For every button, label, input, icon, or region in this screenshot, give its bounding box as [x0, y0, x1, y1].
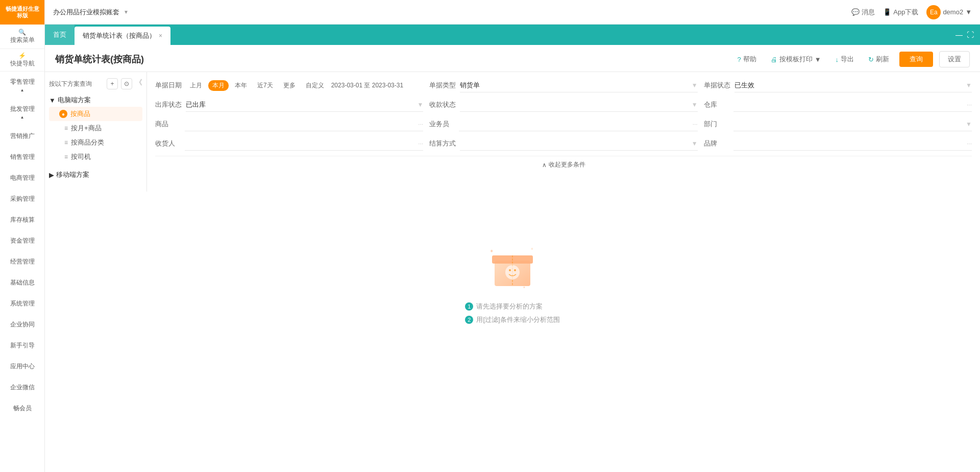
sidebar-search-menu[interactable]: 🔍 搜索菜单	[0, 25, 44, 49]
mobile-group-title[interactable]: ▶ 移动端方案	[49, 168, 142, 181]
search-icon: 🔍	[3, 29, 41, 36]
user-dropdown-icon: ▼	[965, 8, 972, 16]
date-tab-last-month[interactable]: 上月	[186, 80, 206, 91]
menu-label-3: 销售管理	[10, 153, 35, 161]
sidebar-item-12[interactable]: 新手引导	[0, 335, 44, 356]
receive-status-dropdown-icon[interactable]: ▼	[692, 101, 698, 108]
sidebar-item-15[interactable]: 畅会员	[0, 398, 44, 419]
sidebar-item-4[interactable]: 电商管理	[0, 168, 44, 188]
pc-group-title[interactable]: ▼ 电脑端方案	[49, 93, 142, 107]
print-btn[interactable]: 🖨 按模板打印 ▼	[767, 53, 825, 66]
doc-type-control[interactable]: 销货单 ▼	[460, 78, 697, 92]
maximize-btn[interactable]: ⛶	[967, 31, 974, 39]
doc-status-control[interactable]: 已生效 ▼	[734, 78, 972, 92]
tab-home[interactable]: 首页	[45, 25, 75, 45]
out-status-dropdown-icon[interactable]: ▼	[417, 101, 423, 108]
pc-group-arrow: ▼	[49, 97, 56, 104]
print-dropdown-icon: ▼	[815, 56, 821, 63]
receive-status-control[interactable]: ▼	[460, 98, 697, 112]
sidebar-item-8[interactable]: 经营管理	[0, 251, 44, 272]
settlement-control[interactable]: ▼	[460, 136, 697, 151]
settlement-dropdown-icon[interactable]: ▼	[692, 140, 698, 147]
scheme-item-label-4: 按司机	[71, 152, 91, 161]
app-icon: 📱	[883, 8, 891, 16]
sidebar-item-2[interactable]: 营销推广	[0, 126, 44, 147]
sidebar-item-9[interactable]: 基础信息	[0, 272, 44, 293]
date-label: 单据日期	[155, 81, 182, 90]
scheme-item-driver[interactable]: ≡ 按司机	[49, 150, 142, 164]
doc-status-dropdown-icon[interactable]: ▼	[966, 82, 972, 89]
doc-status-label: 单据状态	[704, 81, 730, 90]
menu-arrow-0: ▲	[20, 88, 24, 92]
settlement-field: 结算方式 ▼	[429, 136, 697, 151]
message-btn[interactable]: 💬 消息	[851, 8, 875, 17]
left-panel-title: 按以下方案查询	[49, 80, 92, 88]
dept-control[interactable]: ▼	[733, 117, 972, 131]
salesman-control[interactable]: ···	[459, 117, 697, 131]
tab-sales-stats[interactable]: 销货单统计表（按商品） ×	[75, 27, 170, 45]
tab-close-btn[interactable]: ×	[159, 32, 162, 39]
scheme-item-month-goods[interactable]: ≡ 按月+商品	[49, 121, 142, 135]
settings-btn[interactable]: 设置	[939, 51, 970, 67]
refresh-label: 刷新	[876, 55, 889, 64]
collapse-panel-btn[interactable]: 《	[135, 78, 142, 89]
sidebar-item-3[interactable]: 销售管理	[0, 147, 44, 168]
date-tab-current-month[interactable]: 本月	[208, 80, 229, 91]
sidebar-item-10[interactable]: 系统管理	[0, 293, 44, 314]
sidebar-item-11[interactable]: 企业协同	[0, 314, 44, 335]
brand-dots-icon[interactable]: ···	[967, 140, 972, 147]
receiver-control[interactable]: ···	[185, 136, 423, 151]
salesman-dots-icon[interactable]: ···	[693, 121, 698, 128]
sidebar-item-5[interactable]: 采购管理	[0, 188, 44, 209]
brand-control[interactable]: ···	[733, 136, 972, 151]
edit-scheme-btn[interactable]: ⊙	[121, 78, 132, 89]
out-status-control[interactable]: 已出库 ▼	[186, 98, 423, 112]
sidebar-item-1[interactable]: 批发管理▲	[0, 99, 44, 126]
tab-spacer	[170, 25, 949, 45]
scheme-item-by-goods[interactable]: ● 按商品	[49, 107, 142, 121]
user-menu[interactable]: Ea demo2 ▼	[926, 5, 972, 19]
refresh-icon: ↻	[868, 56, 874, 63]
header-right: 💬 消息 📱 App下载 Ea demo2 ▼	[851, 5, 972, 19]
scheme-item-goods-category[interactable]: ≡ 按商品分类	[49, 135, 142, 150]
empty-state: ✦ ✦ ✦ 1 请先选择要分析的方案 2 用[过滤]条件来缩小分析范围	[45, 192, 980, 365]
date-field: 单据日期 上月 本月 本年 近7天 更多 自定义 20	[155, 80, 423, 91]
empty-tips: 1 请先选择要分析的方案 2 用[过滤]条件来缩小分析范围	[465, 302, 559, 324]
date-tab-custom[interactable]: 自定义	[302, 80, 328, 91]
app-download-btn[interactable]: 📱 App下载	[883, 8, 918, 17]
industry-dropdown-icon[interactable]: ▼	[124, 9, 129, 15]
goods-dots-icon[interactable]: ···	[418, 121, 423, 128]
query-btn[interactable]: 查询	[899, 52, 933, 67]
collapse-filter-btn[interactable]: ∧ 收起更多条件	[155, 156, 972, 173]
svg-point-5	[514, 269, 516, 271]
warehouse-dots-icon[interactable]: ···	[967, 101, 972, 108]
sidebar-item-13[interactable]: 应用中心	[0, 356, 44, 377]
refresh-btn[interactable]: ↻ 刷新	[864, 53, 893, 66]
add-scheme-btn[interactable]: +	[107, 78, 118, 89]
date-tab-7days[interactable]: 近7天	[253, 80, 277, 91]
sidebar-item-0[interactable]: 零售管理▲	[0, 72, 44, 99]
help-btn[interactable]: ? 帮助	[733, 53, 760, 66]
goods-control[interactable]: ···	[185, 117, 423, 131]
receiver-dots-icon[interactable]: ···	[418, 140, 423, 147]
export-btn[interactable]: ↓ 导出	[831, 53, 859, 66]
dept-field: 部门 ▼	[704, 117, 972, 131]
sidebar-item-6[interactable]: 库存核算	[0, 209, 44, 230]
doc-type-dropdown-icon[interactable]: ▼	[692, 82, 698, 89]
industry-name: 办公用品行业模拟账套	[53, 8, 119, 17]
search-label: 搜索菜单	[3, 36, 41, 44]
sidebar-logo-text: 畅捷通好生意	[6, 6, 39, 12]
sidebar-item-7[interactable]: 资金管理	[0, 230, 44, 251]
warehouse-control[interactable]: ···	[733, 98, 972, 112]
date-tab-current-year[interactable]: 本年	[231, 80, 251, 91]
sidebar-item-14[interactable]: 企业微信	[0, 377, 44, 398]
dept-dropdown-icon[interactable]: ▼	[966, 121, 972, 128]
out-status-label: 出库状态	[155, 100, 182, 109]
salesman-label: 业务员	[429, 120, 455, 129]
date-tab-more[interactable]: 更多	[279, 80, 300, 91]
print-label: 按模板打印	[779, 55, 813, 64]
menu-label-1: 批发管理	[10, 105, 35, 113]
doc-status-value: 已生效	[734, 81, 964, 90]
sidebar-quick-nav[interactable]: ⚡ 快捷导航	[0, 49, 44, 72]
minimize-btn[interactable]: —	[955, 31, 963, 39]
